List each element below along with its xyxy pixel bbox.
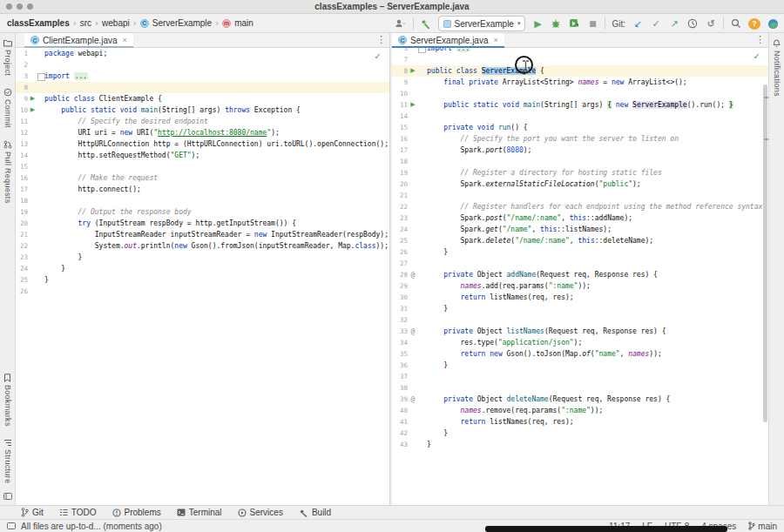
line-number[interactable]: 10	[16, 104, 28, 116]
code-line[interactable]: 20 try (InputStream respBody = http.getI…	[16, 218, 389, 229]
line-number[interactable]: 29	[392, 280, 408, 292]
code-line[interactable]: 13 HttpURLConnection http = (HttpURLConn…	[16, 138, 389, 150]
code-line[interactable]: 2	[16, 59, 389, 71]
tab-client-example[interactable]: C ClientExample.java ×	[24, 33, 133, 47]
breadcrumb-class[interactable]: ServerExample	[152, 18, 212, 28]
code-line[interactable]: 36 }	[392, 360, 768, 371]
code-line[interactable]: 38	[392, 382, 768, 394]
line-number[interactable]: 26	[16, 286, 28, 297]
right-code-area[interactable]: 3+import ...78▶public class ServerExampl…	[392, 48, 768, 505]
line-number[interactable]: 24	[392, 224, 408, 235]
line-number[interactable]: 18	[392, 156, 408, 167]
code-line[interactable]: 35 return new Gson().toJson(Map.of("name…	[392, 348, 768, 360]
line-number[interactable]: 15	[392, 122, 408, 133]
toolwindow-todo[interactable]: TODO	[59, 508, 97, 517]
code-line[interactable]: 26	[16, 286, 389, 297]
code-line[interactable]: 40 names.remove(req.params(":name"));	[392, 405, 768, 416]
fold-icon[interactable]: +	[418, 48, 427, 54]
layout-icon[interactable]	[7, 522, 16, 529]
code-line[interactable]: 17 Spark.port(8080);	[392, 145, 768, 156]
line-number[interactable]: 23	[392, 212, 408, 224]
left-code-area[interactable]: 1package webapi;23+import ...89▶public c…	[16, 48, 389, 505]
code-line[interactable]: 31 }	[392, 303, 768, 314]
line-number[interactable]: 7	[392, 54, 408, 65]
line-number[interactable]: 43	[392, 439, 408, 450]
line-number[interactable]: 14	[16, 150, 28, 161]
code-line[interactable]: 21	[392, 190, 768, 201]
sidebar-item-notifications[interactable]: Notifications	[773, 33, 781, 103]
code-line[interactable]: 30 return listNames(req, res);	[392, 292, 768, 303]
error-stripe-mark[interactable]	[764, 138, 768, 140]
line-number[interactable]: 24	[16, 263, 28, 274]
code-line[interactable]: 28@ private Object addName(Request req, …	[392, 269, 768, 280]
code-line[interactable]: 18	[16, 195, 389, 206]
code-line[interactable]: 15 private void run() {	[392, 122, 768, 133]
line-number[interactable]: 8	[16, 82, 28, 93]
code-line[interactable]: 41 return listNames(req, res);	[392, 416, 768, 428]
line-number[interactable]: 3	[16, 71, 28, 82]
line-number[interactable]: 11	[392, 99, 408, 111]
update-badge-icon[interactable]: ?	[748, 18, 760, 30]
sidebar-item-project[interactable]: Project	[3, 33, 12, 82]
sidebar-item-structure[interactable]: Structure	[3, 433, 12, 489]
line-number[interactable]: 38	[392, 382, 408, 394]
code-line[interactable]: 23 }	[16, 252, 389, 263]
toolwindow-terminal[interactable]: Terminal	[177, 508, 222, 517]
line-number[interactable]: 35	[392, 348, 408, 360]
code-line[interactable]: 23 Spark.post("/name/:name", this::addNa…	[392, 212, 768, 224]
code-line[interactable]: 18	[392, 156, 768, 167]
line-number[interactable]: 1	[16, 48, 28, 59]
toolwindow-problems[interactable]: Problems	[112, 508, 161, 517]
build-hammer-icon[interactable]	[420, 16, 432, 31]
scrollbar-thumb[interactable]	[763, 84, 767, 422]
debug-button[interactable]	[550, 16, 562, 31]
git-branch[interactable]: main	[748, 522, 777, 531]
code-line[interactable]: 27	[392, 258, 768, 269]
toolwindow-services[interactable]: Services	[238, 508, 283, 517]
line-number[interactable]: 21	[16, 229, 28, 240]
code-line[interactable]: 7	[392, 54, 768, 65]
line-number[interactable]: 17	[392, 145, 408, 156]
line-number[interactable]: 18	[16, 195, 28, 206]
code-line[interactable]: 11 // Specify the desired endpoint	[16, 116, 389, 127]
line-number[interactable]: 37	[392, 371, 408, 382]
line-number[interactable]: 3	[392, 48, 408, 54]
inspection-ok-icon[interactable]: ✓	[375, 51, 382, 61]
code-line[interactable]: 12 URI uri = new URI("http://localhost:8…	[16, 127, 389, 138]
line-number[interactable]: 32	[392, 314, 408, 326]
line-number[interactable]: 41	[392, 416, 408, 428]
line-number[interactable]: 9	[392, 77, 408, 88]
line-number[interactable]: 21	[392, 190, 408, 201]
code-line[interactable]: 19 // Output the response body	[16, 206, 389, 218]
git-update-button[interactable]: ↙	[632, 16, 644, 31]
close-icon[interactable]: ×	[123, 36, 127, 44]
code-line[interactable]: 32	[392, 314, 768, 326]
line-number[interactable]: 14	[392, 111, 408, 122]
line-number[interactable]: 17	[16, 184, 28, 195]
line-number[interactable]: 30	[392, 292, 408, 303]
sidebar-item-pull-requests[interactable]: Pull Requests	[3, 134, 12, 209]
close-icon[interactable]: ×	[493, 36, 497, 44]
vcs-sync-status[interactable]: All files are up-to-d... (moments ago)	[21, 522, 162, 531]
code-line[interactable]: 16 // Make the request	[16, 172, 389, 184]
code-line[interactable]: 42 }	[392, 428, 768, 439]
line-number[interactable]: 10	[392, 88, 408, 99]
line-number[interactable]: 33	[392, 326, 408, 337]
line-number[interactable]: 25	[16, 274, 28, 286]
code-line[interactable]: 26 }	[392, 246, 768, 258]
line-number[interactable]: 16	[392, 133, 408, 145]
code-line[interactable]: 33@ private Object listNames(Request req…	[392, 326, 768, 337]
code-line[interactable]: 8	[16, 82, 389, 93]
plugin-icon[interactable]	[767, 16, 779, 31]
sidebar-item-bookmarks[interactable]: Bookmarks	[3, 367, 12, 433]
line-number[interactable]: 2	[16, 59, 28, 71]
run-gutter-icon[interactable]: ▶	[408, 65, 418, 77]
toolwindow-build[interactable]: Build	[299, 508, 331, 517]
line-number[interactable]: 40	[392, 405, 408, 416]
run-gutter-icon[interactable]: ▶	[28, 93, 37, 104]
fold-icon[interactable]: +	[37, 71, 44, 82]
line-number[interactable]: 8	[392, 65, 408, 77]
code-line[interactable]: 14	[392, 111, 768, 122]
line-number[interactable]: 36	[392, 360, 408, 371]
line-number[interactable]: 19	[392, 167, 408, 178]
